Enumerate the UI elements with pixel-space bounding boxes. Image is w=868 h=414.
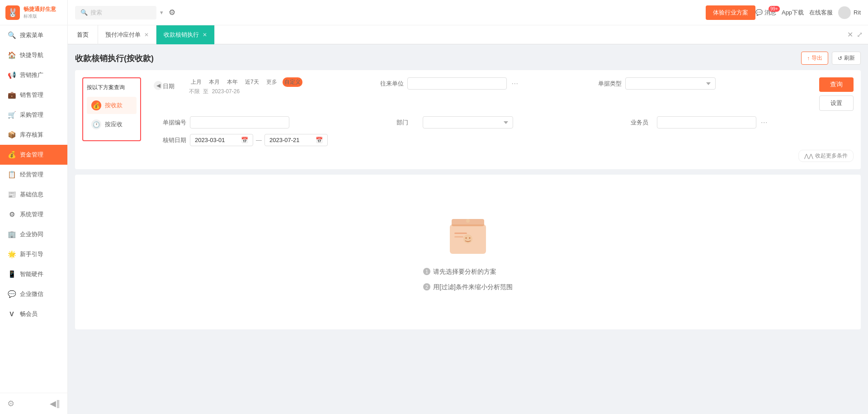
trade-party-more-icon[interactable]: ···: [511, 79, 518, 88]
tab-collection[interactable]: 收款核销执行 ✕: [156, 25, 215, 44]
voucher-type-cell: 单据类型: [598, 77, 805, 90]
tab-collection-close[interactable]: ✕: [203, 32, 207, 38]
app-download-link[interactable]: App下载: [782, 9, 804, 17]
export-icon: ↑: [807, 55, 810, 62]
topbar-search-area: 🔍 搜索 ▾ ⚙: [75, 6, 706, 19]
sales-icon: 💼: [7, 90, 16, 100]
svg-rect-4: [454, 236, 463, 238]
sidebar: 🐰 畅捷通好生意 标准版 🔍 搜索菜单 🏠 快捷导航 📢 营销推广 💼 销售管理…: [0, 0, 68, 414]
app-logo: 🐰 畅捷通好生意 标准版: [0, 0, 67, 25]
collapse-more-button[interactable]: ⋀⋀ 收起更多条件: [798, 150, 854, 162]
sidebar-item-finance[interactable]: 💰 资金管理: [0, 145, 67, 165]
department-select[interactable]: [423, 116, 513, 128]
voucher-no-input[interactable]: [190, 116, 289, 128]
online-service-link[interactable]: 在线客服: [809, 9, 833, 17]
search-placeholder-text: 搜索: [90, 9, 102, 17]
tabbar: 首页 预付冲应付单 ✕ 收款核销执行 ✕ ✕ ⤢: [68, 25, 868, 44]
setting-button[interactable]: 设置: [819, 95, 854, 111]
sidebar-item-system[interactable]: ⚙ 系统管理: [0, 205, 67, 224]
sidebar-item-purchase[interactable]: 🛒 采购管理: [0, 105, 67, 125]
sidebar-item-hardware[interactable]: 📱 智能硬件: [0, 264, 67, 284]
search-box[interactable]: 🔍 搜索: [75, 6, 156, 19]
date-no-limit-label: 不限 至 2023-07-26: [189, 88, 302, 95]
filter-row-2: 单据编号 部门 业务员 ···: [163, 116, 854, 128]
basic-icon: 📰: [7, 190, 16, 199]
operations-icon: 📋: [7, 170, 16, 179]
date-label: 日期: [163, 82, 185, 90]
empty-step-2: 2 用[过滤]条件来缩小分析范围: [423, 281, 513, 293]
filter-option-by-receivable[interactable]: 🕐 按应收: [87, 116, 137, 133]
solution-button[interactable]: 体验行业方案: [706, 5, 755, 20]
date-shortcut-last-month[interactable]: 上月: [189, 77, 203, 87]
date-shortcut-this-month[interactable]: 本月: [207, 77, 222, 87]
date-shortcuts-group: 上月 本月 本年 近7天 更多 自定义 不限 至 2023-07-26: [189, 77, 302, 95]
svg-point-5: [463, 234, 472, 243]
wechat-icon: 💬: [7, 290, 16, 299]
sidebar-item-wechat[interactable]: 💬 企业微信: [0, 284, 67, 304]
page-header-actions: ↑ 导出 ↺ 刷新: [801, 52, 861, 65]
sidebar-item-operations[interactable]: 📋 经营管理: [0, 165, 67, 185]
sidebar-item-basic[interactable]: 📰 基础信息: [0, 185, 67, 205]
sidebar-item-quick[interactable]: 🏠 快捷导航: [0, 45, 67, 65]
verify-date-end-input[interactable]: 2023-07-21 📅: [264, 134, 328, 146]
verify-date-start-input[interactable]: 2023-03-01 📅: [190, 134, 253, 146]
step-1-num: 1: [423, 268, 430, 275]
inventory-icon: 📦: [7, 130, 16, 139]
staff-more-icon[interactable]: ···: [761, 118, 768, 127]
tab-close-window-icon[interactable]: ✕: [847, 30, 853, 39]
message-icon-wrap[interactable]: 💬 99+ 消息: [755, 9, 776, 17]
filter-row-3: 核销日期 2023-03-01 📅 — 2023-07-21 📅: [163, 134, 854, 146]
sidebar-item-inventory[interactable]: 📦 库存核算: [0, 125, 67, 145]
trade-party-input[interactable]: [407, 77, 507, 90]
topbar-icon-group: 💬 99+ 消息 App下载 在线客服 Rit: [755, 6, 861, 19]
logo-text: 畅捷通好生意 标准版: [24, 5, 56, 19]
empty-text: 1 请先选择要分析的方案 2 用[过滤]条件来缩小分析范围: [423, 265, 513, 293]
sidebar-item-member[interactable]: V 畅会员: [0, 304, 67, 324]
svg-rect-3: [454, 233, 467, 234]
gear-icon-topbar[interactable]: ⚙: [169, 8, 175, 17]
voucher-type-select[interactable]: [625, 77, 716, 90]
verify-date-range: 2023-03-01 📅 — 2023-07-21 📅: [190, 134, 328, 146]
tab-prepay[interactable]: 预付冲应付单 ✕: [98, 25, 156, 44]
sidebar-item-guide[interactable]: 🌟 新手引导: [0, 244, 67, 264]
tab-prepay-close[interactable]: ✕: [144, 32, 149, 38]
filter-option-by-receipt[interactable]: 💰 按收款: [87, 97, 137, 114]
user-avatar: [838, 6, 851, 19]
logo-icon: 🐰: [5, 5, 20, 20]
staff-input[interactable]: [657, 116, 756, 128]
step-2-num: 2: [423, 283, 430, 290]
calendar-icon-start: 📅: [241, 137, 248, 143]
filter-row-1: 日期 上月 本月 本年 近7天 更多 自定义 不限: [163, 77, 854, 111]
guide-icon: 🌟: [7, 250, 16, 259]
chevron-down-icon[interactable]: ▾: [160, 9, 163, 16]
tab-expand-icon[interactable]: ⤢: [857, 30, 863, 39]
sidebar-item-sales[interactable]: 💼 销售管理: [0, 85, 67, 105]
tab-home[interactable]: 首页: [68, 25, 98, 44]
marketing-icon: 📢: [7, 71, 16, 80]
department-cell: 部门: [396, 116, 619, 128]
date-shortcut-more[interactable]: 更多: [264, 77, 279, 87]
filter-sidebar-title: 按以下方案查询: [87, 84, 137, 91]
user-menu[interactable]: Rit: [838, 6, 861, 19]
date-custom-tag[interactable]: 自定义: [283, 77, 302, 87]
refresh-button[interactable]: ↺ 刷新: [832, 52, 861, 65]
sidebar-item-search[interactable]: 🔍 搜索菜单: [0, 25, 67, 45]
settings-icon[interactable]: ⚙: [7, 399, 14, 409]
date-shortcuts: 上月 本月 本年 近7天 更多 自定义: [189, 77, 302, 87]
date-shortcut-7days[interactable]: 近7天: [243, 77, 261, 87]
collapse-filter-btn[interactable]: ◀: [154, 81, 163, 90]
svg-point-2: [466, 219, 470, 223]
date-shortcut-this-year[interactable]: 本年: [225, 77, 240, 87]
refresh-icon: ↺: [838, 55, 842, 62]
sidebar-item-marketing[interactable]: 📢 营销推广: [0, 65, 67, 85]
staff-cell: 业务员 ···: [631, 116, 854, 128]
query-button[interactable]: 查询: [819, 77, 854, 92]
date-range-separator: —: [256, 137, 262, 143]
export-button[interactable]: ↑ 导出: [801, 52, 828, 65]
collapse-sidebar-btn[interactable]: ◀‖: [50, 399, 60, 409]
sidebar-item-enterprise[interactable]: 🏢 企业协同: [0, 224, 67, 244]
receipt-icon: 💰: [91, 100, 101, 110]
query-buttons: 查询 设置: [819, 77, 854, 111]
date-filter-cell: 日期 上月 本月 本年 近7天 更多 自定义 不限: [163, 77, 369, 95]
voucher-type-label: 单据类型: [598, 80, 622, 88]
